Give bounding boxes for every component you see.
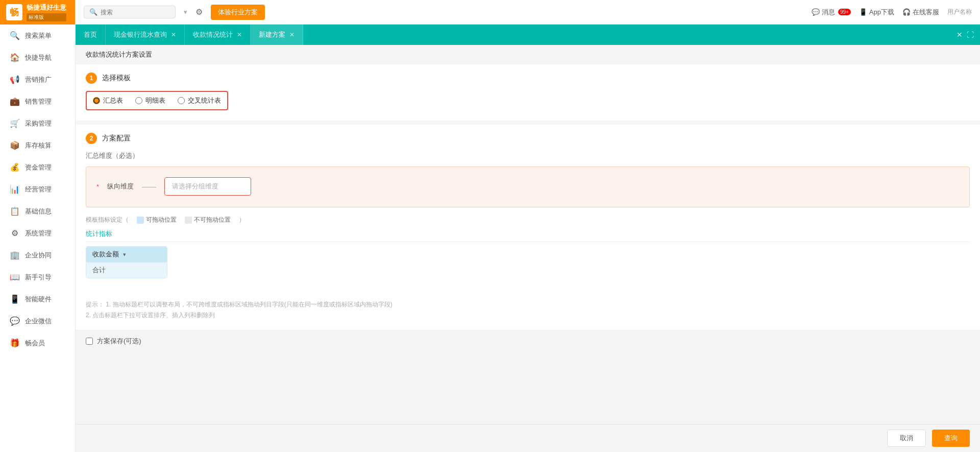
system-icon: ⚙ bbox=[10, 228, 20, 238]
radio-detail[interactable] bbox=[135, 97, 142, 104]
close-window-btn[interactable]: ✕ bbox=[957, 31, 963, 39]
breadcrumb: 收款情况统计方案设置 bbox=[76, 45, 980, 64]
indicator-subtitle: 统计指标 bbox=[86, 229, 970, 242]
save-option-bar: 方案保存(可选) bbox=[76, 330, 980, 352]
tab-cashflow-close[interactable]: ✕ bbox=[171, 31, 176, 38]
wechat-icon: 💬 bbox=[10, 316, 20, 326]
sidebar-label-wechat: 企业微信 bbox=[25, 317, 52, 326]
step2-circle: 2 bbox=[86, 133, 97, 144]
collab-icon: 🏢 bbox=[10, 250, 20, 260]
search-input[interactable] bbox=[101, 9, 167, 16]
dimension-row: * 纵向维度 —— 请选择分组维度 bbox=[96, 177, 959, 196]
username-label: 用户名称 bbox=[947, 8, 972, 16]
sales-icon: 💼 bbox=[10, 97, 20, 106]
radio-cross[interactable] bbox=[178, 97, 185, 104]
dimension-area: * 纵向维度 —— 请选择分组维度 bbox=[86, 166, 970, 207]
window-buttons: ✕ ⛶ bbox=[950, 31, 980, 39]
home-icon: 🏠 bbox=[10, 53, 20, 62]
tab-cashflow[interactable]: 现金银行流水查询 ✕ bbox=[106, 25, 185, 45]
industry-btn[interactable]: 体验行业方案 bbox=[211, 5, 265, 20]
notification-btn[interactable]: 💬 消息 99+ bbox=[812, 8, 851, 17]
sidebar-label-inventory: 库存核算 bbox=[25, 141, 52, 150]
main-area: 🔍 ▾ ⚙ 体验行业方案 💬 消息 99+ 📱 App下载 🎧 在线客服 用户名… bbox=[76, 0, 980, 452]
radio-summary[interactable] bbox=[93, 97, 100, 104]
option-summary[interactable]: 汇总表 bbox=[93, 96, 123, 105]
sidebar-label-nav: 快捷导航 bbox=[25, 53, 52, 62]
marketing-icon: 📢 bbox=[10, 75, 20, 84]
settings-button[interactable]: ⚙ bbox=[195, 7, 203, 17]
sidebar-item-collab[interactable]: 🏢 企业协同 bbox=[0, 244, 75, 266]
tips-section: 提示： 1. 拖动标题栏可以调整布局，不可跨维度或指标区域拖动列目字段(只能在同… bbox=[86, 300, 970, 320]
template-options: 汇总表 明细表 交叉统计表 bbox=[86, 91, 228, 110]
sidebar-item-finance[interactable]: 💰 资金管理 bbox=[0, 156, 75, 178]
indicator-section: 模板指标设定（ 可拖动位置 不可拖动位置 ） 统计指标 收款金额 bbox=[86, 216, 970, 280]
indicator-table-header[interactable]: 收款金额 ▾ bbox=[86, 247, 167, 262]
query-button[interactable]: 查询 bbox=[932, 430, 970, 447]
draggable-color-block bbox=[137, 217, 144, 224]
hardware-icon: 📱 bbox=[10, 294, 20, 304]
sidebar-item-marketing[interactable]: 📢 营销推广 bbox=[0, 68, 75, 90]
chevron-down-icon[interactable]: ▾ bbox=[184, 8, 187, 16]
sidebar-item-member[interactable]: 🎁 畅会员 bbox=[0, 332, 75, 354]
non-draggable-badge: 不可拖动位置 bbox=[185, 216, 231, 224]
draggable-badge: 可拖动位置 bbox=[137, 216, 177, 224]
chevron-down-icon: ▾ bbox=[123, 251, 126, 258]
sidebar-item-basic[interactable]: 📋 基础信息 bbox=[0, 200, 75, 222]
tab-new-plan-close[interactable]: ✕ bbox=[289, 31, 295, 38]
step2-section: 2 方案配置 汇总维度（必选） * 纵向维度 —— 请选择分组维度 bbox=[76, 125, 980, 330]
notification-badge: 99+ bbox=[838, 9, 851, 15]
download-icon: 📱 bbox=[859, 8, 867, 16]
tip-line-1: 提示： 1. 拖动标题栏可以调整布局，不可跨维度或指标区域拖动列目字段(只能在同… bbox=[86, 300, 970, 309]
search-icon: 🔍 bbox=[10, 31, 20, 40]
indicator-config-label: 模板指标设定（ bbox=[86, 216, 129, 224]
sidebar-item-nav[interactable]: 🏠 快捷导航 bbox=[0, 46, 75, 68]
service-btn[interactable]: 🎧 在线客服 bbox=[902, 8, 939, 17]
tab-receipt[interactable]: 收款情况统计 ✕ bbox=[185, 25, 251, 45]
sidebar-label-operation: 经营管理 bbox=[25, 185, 52, 194]
basic-icon: 📋 bbox=[10, 206, 20, 216]
download-btn[interactable]: 📱 App下载 bbox=[859, 8, 894, 17]
sidebar-item-purchase[interactable]: 🛒 采购管理 bbox=[0, 112, 75, 134]
option-cross[interactable]: 交叉统计表 bbox=[178, 96, 221, 105]
logo-icon: 畅 bbox=[6, 4, 22, 20]
sidebar-label-system: 系统管理 bbox=[25, 229, 52, 238]
sidebar-label-sales: 销售管理 bbox=[25, 97, 52, 106]
tab-receipt-label: 收款情况统计 bbox=[193, 30, 233, 39]
cancel-button[interactable]: 取消 bbox=[887, 430, 926, 447]
dimension-input[interactable]: 请选择分组维度 bbox=[164, 177, 251, 196]
sidebar-item-system[interactable]: ⚙ 系统管理 bbox=[0, 222, 75, 244]
tabbar: 首页 现金银行流水查询 ✕ 收款情况统计 ✕ 新建方案 ✕ ✕ ⛶ bbox=[76, 25, 980, 45]
search-icon-topbar: 🔍 bbox=[89, 8, 97, 16]
indicator-table-cell: 合计 bbox=[86, 262, 167, 278]
arrow-right: —— bbox=[142, 182, 156, 191]
finance-icon: 💰 bbox=[10, 162, 20, 172]
sidebar-label-member: 畅会员 bbox=[25, 339, 45, 348]
sidebar-item-hardware[interactable]: 📱 智能硬件 bbox=[0, 288, 75, 310]
sidebar-item-inventory[interactable]: 📦 库存核算 bbox=[0, 134, 75, 156]
step1-title: 选择模板 bbox=[102, 74, 131, 83]
tab-home[interactable]: 首页 bbox=[76, 25, 106, 45]
step1-label: 1 选择模板 bbox=[86, 73, 970, 84]
sidebar-item-search[interactable]: 🔍 搜索菜单 bbox=[0, 25, 75, 46]
save-checkbox[interactable] bbox=[86, 338, 93, 345]
sidebar-label-finance: 资金管理 bbox=[25, 163, 52, 172]
step1-section: 1 选择模板 汇总表 明细表 交叉统计表 bbox=[76, 64, 980, 121]
sidebar-label-hardware: 智能硬件 bbox=[25, 295, 52, 304]
message-icon: 💬 bbox=[812, 8, 820, 16]
app-logo: 畅 畅捷通好生意 标准版 bbox=[0, 0, 75, 25]
tab-new-plan[interactable]: 新建方案 ✕ bbox=[251, 25, 303, 45]
service-icon: 🎧 bbox=[902, 8, 911, 16]
tab-cashflow-label: 现金银行流水查询 bbox=[114, 30, 167, 39]
search-box[interactable]: 🔍 bbox=[84, 6, 176, 18]
sidebar: 畅 畅捷通好生意 标准版 🔍 搜索菜单 🏠 快捷导航 📢 营销推广 💼 销售管理… bbox=[0, 0, 76, 452]
tab-receipt-close[interactable]: ✕ bbox=[237, 31, 242, 38]
option-detail[interactable]: 明细表 bbox=[135, 96, 165, 105]
sidebar-item-sales[interactable]: 💼 销售管理 bbox=[0, 90, 75, 112]
sidebar-item-guide[interactable]: 📖 新手引导 bbox=[0, 266, 75, 288]
sidebar-item-wechat[interactable]: 💬 企业微信 bbox=[0, 310, 75, 332]
dimension-section-label: 汇总维度（必选） bbox=[86, 151, 970, 160]
maximize-window-btn[interactable]: ⛶ bbox=[967, 31, 974, 39]
sidebar-item-operation[interactable]: 📊 经营管理 bbox=[0, 178, 75, 200]
tip-line-2: 2. 点击标题栏下拉可设置排序、插入列和删除列 bbox=[86, 311, 970, 320]
sidebar-label-collab: 企业协同 bbox=[25, 251, 52, 260]
